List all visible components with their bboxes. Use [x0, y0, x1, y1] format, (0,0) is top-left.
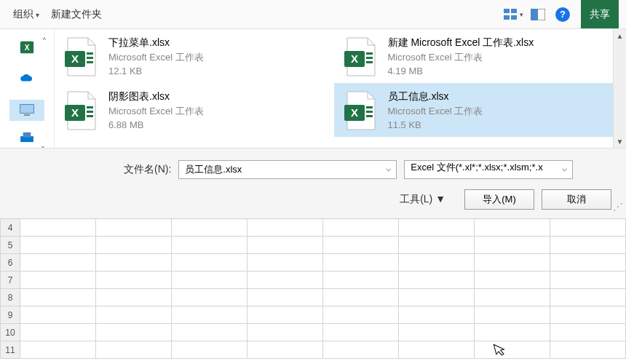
- row-header[interactable]: 9: [0, 306, 20, 324]
- tools-menu[interactable]: 工具(L) ▼: [394, 190, 457, 209]
- row-header[interactable]: 5: [0, 237, 20, 254]
- cell[interactable]: [399, 219, 475, 237]
- cell[interactable]: [96, 341, 172, 359]
- cell[interactable]: [247, 237, 323, 254]
- cell[interactable]: [323, 219, 399, 237]
- cell[interactable]: [172, 272, 247, 289]
- cell[interactable]: [323, 341, 399, 359]
- view-options-icon[interactable]: ▾: [503, 4, 523, 25]
- file-type-filter[interactable]: Excel 文件(*.xl*;*.xlsx;*.xlsm;*.x: [404, 160, 573, 179]
- cell[interactable]: [399, 324, 475, 341]
- cell[interactable]: [399, 272, 475, 289]
- cell[interactable]: [475, 306, 550, 324]
- cell[interactable]: [20, 219, 96, 237]
- cell[interactable]: [323, 289, 399, 306]
- resize-grip-icon[interactable]: ⋰: [613, 204, 622, 213]
- row-header[interactable]: 11: [0, 341, 20, 359]
- grid-row: 8: [0, 289, 626, 306]
- cell[interactable]: [172, 254, 247, 272]
- cell[interactable]: [550, 306, 626, 324]
- cell[interactable]: [96, 272, 172, 289]
- scroll-down-icon[interactable]: ▼: [614, 135, 626, 148]
- cell[interactable]: [550, 237, 626, 254]
- cell[interactable]: [323, 306, 399, 324]
- cell[interactable]: [550, 219, 626, 237]
- import-button[interactable]: 导入(M): [464, 189, 534, 210]
- svg-rect-2: [504, 15, 510, 20]
- nav-network-icon[interactable]: ⌄: [9, 127, 44, 148]
- cell[interactable]: [550, 289, 626, 306]
- share-button[interactable]: 共享: [581, 0, 619, 28]
- cell[interactable]: [96, 289, 172, 306]
- cell[interactable]: [399, 306, 475, 324]
- cell[interactable]: [475, 219, 550, 237]
- row-header[interactable]: 8: [0, 289, 20, 306]
- cell[interactable]: [399, 237, 475, 254]
- cell[interactable]: [96, 306, 172, 324]
- cell[interactable]: [172, 289, 247, 306]
- cell[interactable]: [20, 237, 96, 254]
- cell[interactable]: [20, 324, 96, 341]
- cell[interactable]: [550, 341, 626, 359]
- cell[interactable]: [247, 272, 323, 289]
- cell[interactable]: [323, 254, 399, 272]
- svg-rect-10: [24, 114, 30, 116]
- cell[interactable]: [20, 289, 96, 306]
- scrollbar[interactable]: ▲ ▼: [613, 29, 626, 148]
- cell[interactable]: [247, 341, 323, 359]
- cell[interactable]: [172, 219, 247, 237]
- help-icon[interactable]: ?: [552, 4, 573, 25]
- file-name: 新建 Microsoft Excel 工作表.xlsx: [388, 36, 534, 50]
- cell[interactable]: [247, 289, 323, 306]
- cell[interactable]: [475, 237, 550, 254]
- file-item[interactable]: X 下拉菜单.xlsx Microsoft Excel 工作表 12.1 KB: [55, 29, 334, 83]
- filename-input[interactable]: [178, 160, 397, 179]
- nav-excel-icon[interactable]: X ^: [9, 36, 44, 58]
- cell[interactable]: [399, 341, 475, 359]
- cell[interactable]: [475, 254, 550, 272]
- file-item[interactable]: X 新建 Microsoft Excel 工作表.xlsx Microsoft …: [334, 29, 614, 83]
- cell[interactable]: [475, 324, 550, 341]
- cell[interactable]: [475, 289, 550, 306]
- cell[interactable]: [172, 306, 247, 324]
- cell[interactable]: [550, 272, 626, 289]
- preview-pane-icon[interactable]: [528, 4, 548, 25]
- cell[interactable]: [323, 237, 399, 254]
- cell[interactable]: [20, 254, 96, 272]
- cell[interactable]: [247, 254, 323, 272]
- cell[interactable]: [475, 341, 550, 359]
- nav-thispc-icon[interactable]: [9, 100, 44, 121]
- cell[interactable]: [475, 272, 550, 289]
- cell[interactable]: [550, 254, 626, 272]
- cell[interactable]: [172, 237, 247, 254]
- cell[interactable]: [172, 341, 247, 359]
- cell[interactable]: [96, 254, 172, 272]
- scroll-up-icon[interactable]: ▲: [614, 29, 626, 42]
- nav-onedrive-icon[interactable]: [9, 68, 44, 89]
- cancel-button[interactable]: 取消: [542, 189, 611, 210]
- cell[interactable]: [247, 324, 323, 341]
- cell[interactable]: [247, 219, 323, 237]
- cell[interactable]: [96, 219, 172, 237]
- cell[interactable]: [20, 306, 96, 324]
- organize-menu[interactable]: 组织: [7, 5, 45, 24]
- file-item[interactable]: X 阴影图表.xlsx Microsoft Excel 工作表 6.88 MB: [55, 83, 334, 137]
- row-header[interactable]: 7: [0, 272, 20, 289]
- cell[interactable]: [399, 289, 475, 306]
- cell[interactable]: [399, 254, 475, 272]
- cell[interactable]: [247, 306, 323, 324]
- cell[interactable]: [172, 324, 247, 341]
- row-header[interactable]: 10: [0, 324, 20, 341]
- cell[interactable]: [96, 237, 172, 254]
- svg-rect-5: [531, 9, 538, 20]
- cell[interactable]: [96, 324, 172, 341]
- new-folder-button[interactable]: 新建文件夹: [45, 5, 108, 24]
- cell[interactable]: [323, 324, 399, 341]
- cell[interactable]: [550, 324, 626, 341]
- cell[interactable]: [20, 272, 96, 289]
- row-header[interactable]: 4: [0, 219, 20, 237]
- cell[interactable]: [323, 272, 399, 289]
- row-header[interactable]: 6: [0, 254, 20, 272]
- file-item-selected[interactable]: X 员工信息.xlsx Microsoft Excel 工作表 11.5 KB: [334, 83, 614, 137]
- cell[interactable]: [20, 341, 96, 359]
